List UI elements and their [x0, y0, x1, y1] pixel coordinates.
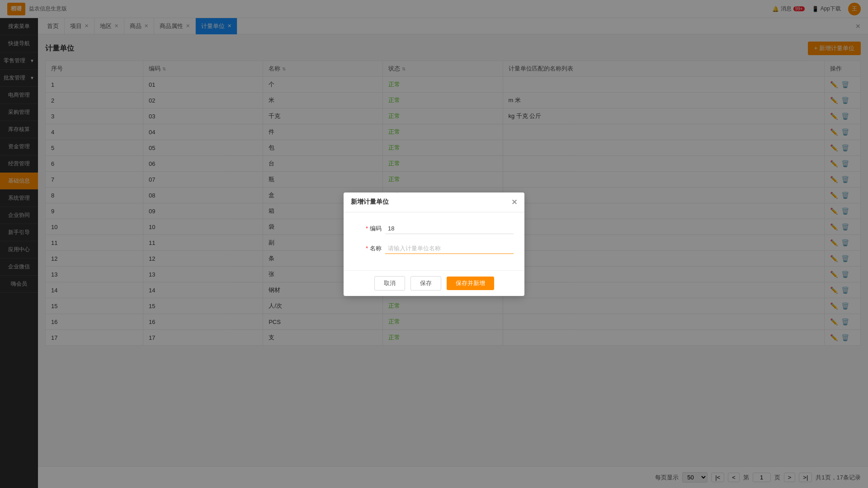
required-star-name: * — [366, 245, 368, 252]
modal-title: 新增计量单位 — [351, 198, 389, 206]
save-button[interactable]: 保存 — [410, 276, 441, 291]
modal-header: 新增计量单位 ✕ — [344, 192, 524, 212]
add-unit-modal: 新增计量单位 ✕ *编码 *名称 取消 保存 保存并新增 — [344, 192, 524, 296]
modal-body: *编码 *名称 — [344, 212, 524, 270]
modal-overlay[interactable]: 新增计量单位 ✕ *编码 *名称 取消 保存 保存并新增 — [0, 0, 868, 488]
modal-footer: 取消 保存 保存并新增 — [344, 270, 524, 296]
form-item-name: *名称 — [354, 243, 514, 254]
save-and-new-button[interactable]: 保存并新增 — [447, 277, 494, 290]
required-star-code: * — [366, 225, 368, 232]
cancel-button[interactable]: 取消 — [374, 276, 405, 291]
form-item-code: *编码 — [354, 223, 514, 234]
name-label: *名称 — [354, 244, 382, 253]
code-input[interactable] — [385, 223, 514, 234]
code-label: *编码 — [354, 225, 382, 233]
name-input[interactable] — [385, 243, 514, 254]
modal-close-button[interactable]: ✕ — [511, 198, 517, 206]
